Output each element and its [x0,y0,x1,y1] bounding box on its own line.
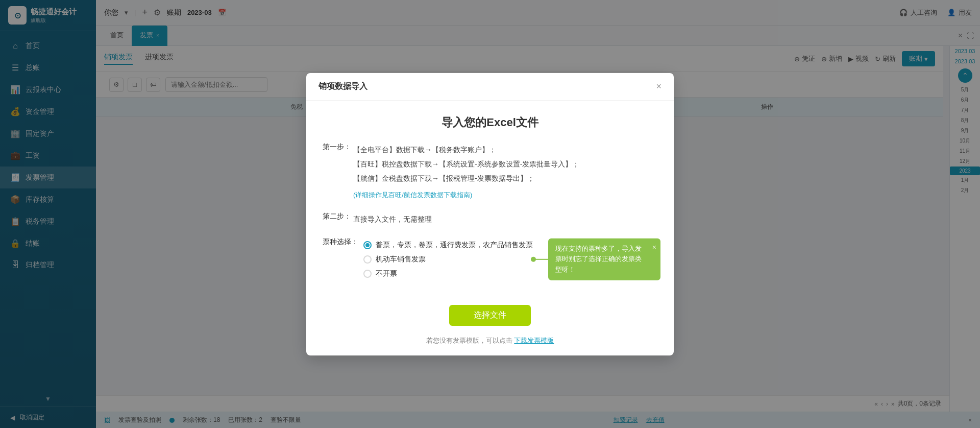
step1-guide-link[interactable]: (详细操作见百旺/航信发票数据下载指南) [353,191,472,199]
ticket-selection: 票种选择： 普票，专票，卷票，通行费发票，农产品销售发票 机动车销售发票 [323,236,657,282]
step1-line2: 【百旺】税控盘数据下载→【系统设置-系统参数设置-发票批量导入】； [353,157,579,171]
modal-body: 导入您的Excel文件 第一步： 【全电平台】数据下载→【税务数字账户】； 【百… [306,101,674,297]
step1-content: 【全电平台】数据下载→【税务数字账户】； 【百旺】税控盘数据下载→【系统设置-系… [353,142,579,202]
modal-download: 若您没有发票模版，可以点击 下载发票模版 [306,332,674,355]
step2-row: 第二步： 直接导入文件，无需整理 [323,212,657,226]
radio-item-3[interactable]: 不开票 [363,269,533,278]
step1-line3: 【航信】金税盘数据下载→【报税管理-发票数据导出】； [353,171,579,185]
select-file-button[interactable]: 选择文件 [449,305,531,326]
step1-row: 第一步： 【全电平台】数据下载→【税务数字账户】； 【百旺】税控盘数据下载→【系… [323,142,657,202]
ticket-label: 票种选择： [323,236,363,247]
tooltip-container: 现在支持的票种多了，导入发票时别忘了选择正确的发票类型呀！ × [548,238,660,280]
import-modal: 销项数据导入 × 导入您的Excel文件 第一步： 【全电平台】数据下载→【税务… [306,73,674,355]
radio-label-2: 机动车销售发票 [376,255,426,264]
step2: 第二步： 直接导入文件，无需整理 [323,212,657,226]
radio-label-3: 不开票 [376,269,397,278]
modal-close-button[interactable]: × [656,81,662,92]
radio-circle-2 [363,255,372,264]
step1-line1: 【全电平台】数据下载→【税务数字账户】； [353,142,579,157]
tooltip-close-icon[interactable]: × [652,241,656,252]
tooltip-text: 现在支持的票种多了，导入发票时别忘了选择正确的发票类型呀！ [555,244,642,273]
radio-item-2[interactable]: 机动车销售发票 现在支持的票种多了，导入发票时别忘了选择正确的发票类型呀！ × [363,255,533,264]
step2-key: 第二步： [323,212,353,221]
step1-key: 第一步： [323,142,353,152]
radio-circle-1 [363,241,372,249]
modal-header: 销项数据导入 × [306,73,674,101]
tooltip-dot [531,256,536,261]
modal-overlay: 销项数据导入 × 导入您的Excel文件 第一步： 【全电平台】数据下载→【税务… [0,0,980,428]
download-template-link[interactable]: 下载发票模版 [514,337,554,344]
tooltip-bubble: 现在支持的票种多了，导入发票时别忘了选择正确的发票类型呀！ × [548,238,660,280]
radio-item-1[interactable]: 普票，专票，卷票，通行费发票，农产品销售发票 [363,241,533,250]
radio-label-1: 普票，专票，卷票，通行费发票，农产品销售发票 [376,241,533,250]
download-text: 若您没有发票模版，可以点击 [426,337,512,344]
radio-circle-3 [363,270,372,278]
step1: 第一步： 【全电平台】数据下载→【税务数字账户】； 【百旺】税控盘数据下载→【系… [323,142,657,202]
radio-group: 普票，专票，卷票，通行费发票，农产品销售发票 机动车销售发票 现在支持的票种多了… [363,241,533,278]
modal-footer: 选择文件 [306,297,674,332]
step2-content: 直接导入文件，无需整理 [353,212,432,226]
modal-title: 销项数据导入 [318,81,368,92]
modal-section-title: 导入您的Excel文件 [323,115,657,130]
